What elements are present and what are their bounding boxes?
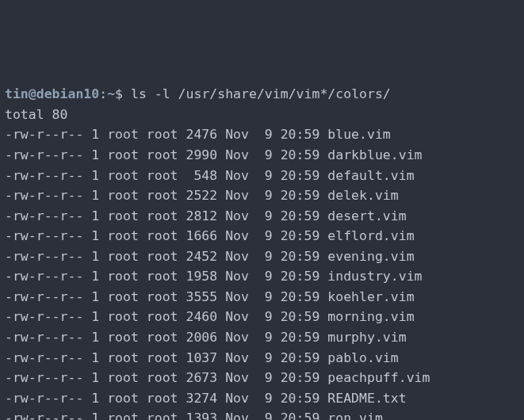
file-name: desert.vim [327, 208, 406, 223]
file-name: darkblue.vim [327, 147, 422, 162]
list-row: -rw-r--r-- 1 root root 1666 Nov 9 20:59 … [5, 228, 415, 243]
prompt-user: tin [5, 86, 29, 101]
file-name: morning.vim [327, 309, 414, 324]
file-name: elflord.vim [327, 228, 414, 243]
list-row: -rw-r--r-- 1 root root 2990 Nov 9 20:59 … [5, 147, 423, 162]
list-row: -rw-r--r-- 1 root root 2812 Nov 9 20:59 … [5, 208, 407, 223]
list-row: -rw-r--r-- 1 root root 2522 Nov 9 20:59 … [5, 188, 399, 203]
list-row: -rw-r--r-- 1 root root 2452 Nov 9 20:59 … [5, 249, 415, 264]
file-name: koehler.vim [327, 289, 414, 304]
list-row: -rw-r--r-- 1 root root 1037 Nov 9 20:59 … [5, 350, 399, 365]
prompt-line[interactable]: tin@debian10:~$ ls -l /usr/share/vim/vim… [5, 86, 391, 101]
list-row: -rw-r--r-- 1 root root 548 Nov 9 20:59 d… [5, 168, 415, 183]
prompt-at: @ [29, 86, 36, 101]
file-name: default.vim [327, 168, 414, 183]
file-name: README.txt [327, 391, 406, 406]
list-row: -rw-r--r-- 1 root root 3555 Nov 9 20:59 … [5, 289, 415, 304]
list-row: -rw-r--r-- 1 root root 1393 Nov 9 20:59 … [5, 410, 383, 420]
list-row: -rw-r--r-- 1 root root 2673 Nov 9 20:59 … [5, 370, 430, 385]
file-name: delek.vim [327, 188, 398, 203]
prompt-colon: : [99, 86, 107, 101]
prompt-host: debian10 [36, 86, 99, 101]
list-row: -rw-r--r-- 1 root root 2006 Nov 9 20:59 … [5, 330, 407, 345]
file-name: pablo.vim [327, 350, 398, 365]
file-name: ron.vim [327, 410, 383, 420]
list-row: -rw-r--r-- 1 root root 3274 Nov 9 20:59 … [5, 391, 407, 406]
list-row: -rw-r--r-- 1 root root 2476 Nov 9 20:59 … [5, 127, 391, 142]
prompt-path: ~ [107, 86, 115, 101]
command-text: ls -l /usr/share/vim/vim*/colors/ [131, 86, 391, 101]
terminal-output: tin@debian10:~$ ls -l /usr/share/vim/vim… [5, 84, 519, 420]
file-name: industry.vim [327, 269, 422, 284]
list-row: -rw-r--r-- 1 root root 1958 Nov 9 20:59 … [5, 269, 423, 284]
total-line: total 80 [5, 107, 67, 122]
file-name: blue.vim [327, 127, 390, 142]
listing-rows: -rw-r--r-- 1 root root 2476 Nov 9 20:59 … [5, 127, 430, 420]
file-name: murphy.vim [327, 330, 406, 345]
list-row: -rw-r--r-- 1 root root 2460 Nov 9 20:59 … [5, 309, 415, 324]
prompt-dollar: $ [115, 86, 123, 101]
file-name: evening.vim [327, 249, 414, 264]
file-name: peachpuff.vim [327, 370, 430, 385]
